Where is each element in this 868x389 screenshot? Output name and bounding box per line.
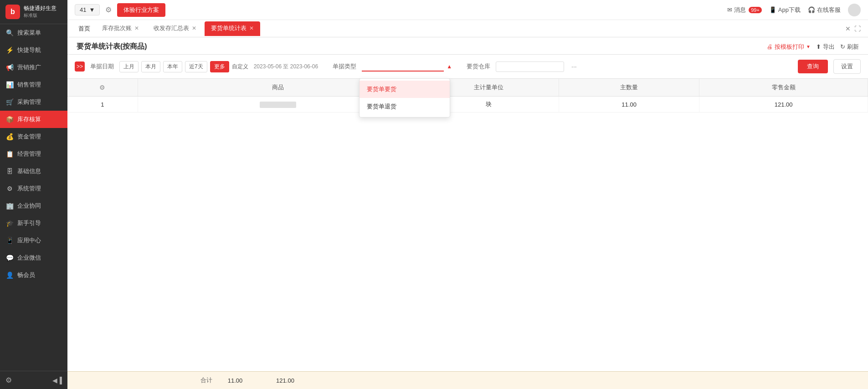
sidebar-label-enterprise: 企业协同 [17, 202, 41, 210]
filter-bar: >> 单据日期 上月 本月 本年 近7天 更多 自定义 2023-05-06 至… [67, 55, 868, 79]
tab-stock-batch-close[interactable]: ✕ [134, 25, 139, 31]
app-download-btn[interactable]: 📱 App下载 [769, 6, 801, 14]
sidebar-label-marketing: 营销推广 [17, 63, 41, 72]
tab-order-close[interactable]: ✕ [249, 25, 254, 31]
sidebar-label-guide: 新手引导 [17, 219, 41, 227]
product-name-placeholder [260, 102, 296, 108]
print-template-btn[interactable]: 🖨 按模板打印 ▼ [767, 43, 811, 51]
type-filter-wrapper: ▲ [362, 62, 452, 72]
sidebar-item-wechat[interactable]: 💬 企业微信 [0, 249, 67, 266]
sidebar-item-finance[interactable]: 💰 资金管理 [0, 128, 67, 145]
page-actions: 🖨 按模板打印 ▼ ⬆ 导出 ↻ 刷新 [767, 43, 859, 51]
tab-stock-batch[interactable]: 库存批次账 ✕ [96, 21, 145, 36]
sidebar-label-purchase: 采购管理 [17, 98, 41, 106]
store-selector[interactable]: 41 ▼ [75, 4, 100, 15]
export-btn[interactable]: ⬆ 导出 [816, 43, 835, 51]
date-custom-btn[interactable]: 自定义 [232, 63, 248, 71]
sidebar-collapse-btn[interactable]: ◀▐ [52, 377, 62, 384]
query-button[interactable]: 查询 [798, 60, 828, 73]
tab-collect-close[interactable]: ✕ [192, 25, 196, 31]
wechat-icon: 💬 [5, 254, 14, 262]
message-badge: 99+ [749, 7, 762, 13]
sidebar-item-system[interactable]: ⚙ 系统管理 [0, 180, 67, 197]
sidebar-item-search[interactable]: 🔍 搜索菜单 [0, 24, 67, 41]
tab-close-all-btn[interactable]: ✕ [845, 25, 851, 32]
data-table: ⚙ 商品 主计量单位 主数量 零售金额 [67, 79, 868, 113]
col-settings-header[interactable]: ⚙ [67, 79, 138, 97]
message-btn[interactable]: ✉ 消息 99+ [727, 6, 762, 14]
sidebar-item-marketing[interactable]: 📢 营销推广 [0, 59, 67, 76]
date-last-month-btn[interactable]: 上月 [119, 61, 139, 72]
store-dropdown-icon: ▼ [89, 6, 95, 13]
sidebar-item-member[interactable]: 👤 畅会员 [0, 266, 67, 284]
operations-icon: 📋 [5, 150, 14, 158]
sidebar-label-shortcut: 快捷导航 [17, 46, 41, 54]
warehouse-input[interactable] [496, 61, 564, 72]
sidebar-label-sales: 销售管理 [17, 81, 41, 89]
sidebar-item-appstore[interactable]: 📱 应用中心 [0, 232, 67, 249]
cell-idx: 1 [67, 97, 138, 113]
headset-icon: 🎧 [808, 6, 815, 13]
date-more-btn[interactable]: 更多 [210, 61, 229, 72]
date-this-month-btn[interactable]: 本月 [141, 61, 160, 72]
table-footer: 合计 11.00 121.00 [67, 371, 868, 389]
store-name: 41 [80, 6, 86, 13]
plan-button[interactable]: 体验行业方案 [117, 3, 165, 17]
type-dropdown-chevron[interactable]: ▲ [447, 63, 452, 70]
type-filter-label: 单据类型 [333, 62, 356, 71]
sidebar-item-purchase[interactable]: 🛒 采购管理 [0, 93, 67, 111]
footer-total-qty: 11.00 [212, 377, 258, 384]
sidebar-item-sales[interactable]: 📊 销售管理 [0, 76, 67, 93]
tab-restore-btn[interactable]: ⛶ [854, 25, 861, 32]
online-service-btn[interactable]: 🎧 在线客服 [808, 6, 841, 14]
sidebar-label-member: 畅会员 [17, 271, 35, 279]
app-version: 标准版 [24, 12, 56, 19]
tab-collect-summary[interactable]: 收发存汇总表 ✕ [147, 21, 203, 36]
sidebar-label-appstore: 应用中心 [17, 236, 41, 245]
topbar-left: 41 ▼ ⚙ 体验行业方案 [75, 3, 165, 17]
date-last-7days-btn[interactable]: 近7天 [185, 61, 207, 72]
user-avatar[interactable] [848, 4, 861, 16]
tab-order-summary[interactable]: 要货单统计表 ✕ [205, 21, 260, 36]
settings-button[interactable]: 设置 [833, 59, 861, 74]
dropdown-item-order-return[interactable]: 要货单退货 [360, 98, 450, 115]
export-icon: ⬆ [816, 43, 821, 50]
page-content: 要货单统计表(按商品) 🖨 按模板打印 ▼ ⬆ 导出 ↻ 刷新 [67, 37, 868, 389]
sidebar-item-shortcut[interactable]: ⚡ 快捷导航 [0, 41, 67, 59]
tab-home[interactable]: 首页 [75, 22, 94, 36]
app-name: 畅捷通好生意 [24, 5, 56, 12]
sidebar-label-system: 系统管理 [17, 184, 41, 193]
appstore-icon: 📱 [5, 236, 14, 245]
type-filter-input[interactable] [362, 62, 444, 72]
sidebar-label-search: 搜索菜单 [17, 29, 41, 37]
phone-icon: 📱 [769, 6, 776, 13]
guide-icon: 🎓 [5, 219, 14, 227]
sidebar-bottom: ⚙ ◀▐ [0, 371, 67, 389]
settings-gear-icon[interactable]: ⚙ [5, 376, 12, 384]
sidebar-item-basic[interactable]: 🗄 基础信息 [0, 163, 67, 180]
sidebar-logo: b 畅捷通好生意 标准版 [0, 0, 67, 24]
sidebar-item-guide[interactable]: 🎓 新手引导 [0, 215, 67, 232]
sidebar-label-operations: 经营管理 [17, 150, 41, 158]
date-range-display: 2023-05-06 至 2023-06-06 [254, 63, 318, 71]
sidebar-item-enterprise[interactable]: 🏢 企业协同 [0, 197, 67, 215]
tabs-bar-right: ✕ ⛶ [845, 25, 861, 32]
inventory-icon: 📦 [5, 115, 14, 123]
refresh-btn[interactable]: ↻ 刷新 [840, 43, 859, 51]
sidebar-navigation: 🔍 搜索菜单 ⚡ 快捷导航 📢 营销推广 📊 销售管理 🛒 采购管理 📦 库存核… [0, 24, 67, 371]
main-area: 41 ▼ ⚙ 体验行业方案 ✉ 消息 99+ 📱 App下载 🎧 在线客服 [67, 0, 868, 389]
filter-expand-btn[interactable]: >> [75, 61, 85, 72]
sidebar: b 畅捷通好生意 标准版 🔍 搜索菜单 ⚡ 快捷导航 📢 营销推广 📊 销售管理… [0, 0, 67, 389]
table-settings-icon[interactable]: ⚙ [99, 84, 105, 91]
warehouse-more-btn[interactable]: ··· [571, 63, 577, 70]
topbar-settings-icon[interactable]: ⚙ [105, 5, 112, 14]
print-icon: 🖨 [767, 43, 773, 50]
dropdown-item-order-goods[interactable]: 要货单要货 [360, 81, 450, 98]
date-filter-label: 单据日期 [90, 62, 114, 71]
logo-icon: b [5, 5, 20, 19]
date-this-year-btn[interactable]: 本年 [163, 61, 182, 72]
sidebar-item-inventory[interactable]: 📦 库存核算 [0, 111, 67, 128]
cell-amount: 121.00 [699, 97, 868, 113]
sidebar-item-operations[interactable]: 📋 经营管理 [0, 145, 67, 163]
purchase-icon: 🛒 [5, 98, 14, 106]
